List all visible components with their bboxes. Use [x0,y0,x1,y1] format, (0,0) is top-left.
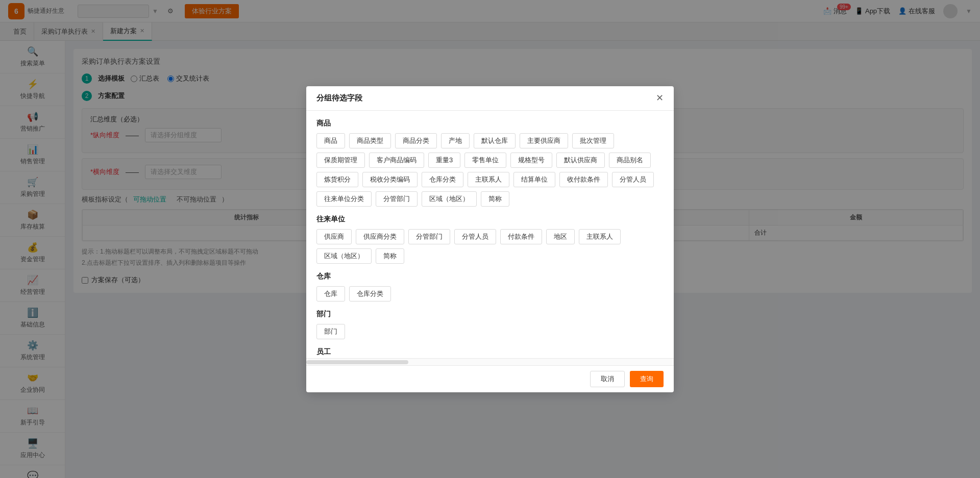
field-tag-spec-model[interactable]: 规格型号 [510,153,552,168]
field-tag-supplier[interactable]: 供应商 [316,229,352,244]
modal-backdrop: 分组待选字段 ✕ 商品 商品 商品类型 商品分类 产地 默认仓库 主要供应商 批… [0,0,980,478]
section-title-partner: 往来单位 [316,215,664,224]
field-tag-product-alias[interactable]: 商品别名 [609,153,651,168]
field-tag-payment-terms[interactable]: 收付款条件 [559,172,608,187]
field-tag-managing-dept[interactable]: 分管部门 [376,191,418,207]
field-tag-abbr-product[interactable]: 简称 [481,191,509,207]
field-tag-batch-mgmt[interactable]: 批次管理 [572,133,614,148]
field-tag-retail-unit[interactable]: 零售单位 [464,153,506,168]
field-tag-contact-partner[interactable]: 主联系人 [579,229,621,244]
field-tag-main-supplier[interactable]: 主要供应商 [520,133,568,148]
field-tag-refine-points[interactable]: 炼货积分 [316,172,358,187]
field-tag-dept[interactable]: 部门 [316,324,345,339]
field-tag-warehouse[interactable]: 仓库 [316,286,345,301]
field-tag-product-type[interactable]: 商品类型 [349,133,391,148]
field-tag-region-product[interactable]: 区域（地区） [422,191,477,207]
modal-body: 商品 商品 商品类型 商品分类 产地 默认仓库 主要供应商 批次管理 保质期管理… [306,111,674,358]
field-tag-manager[interactable]: 分管人员 [612,172,654,187]
field-tag-weight[interactable]: 重量3 [428,153,460,168]
field-tag-default-supplier[interactable]: 默认供应商 [556,153,605,168]
field-tag-region-partner[interactable]: 区域（地区） [316,248,372,264]
modal-footer: 取消 查询 [306,365,674,392]
field-section-employee: 员工 业务员 [316,347,664,358]
field-section-dept: 部门 部门 [316,310,664,339]
modal-header: 分组待选字段 ✕ [306,86,674,111]
field-tag-abbr-partner[interactable]: 简称 [376,248,404,264]
field-tag-partner-category[interactable]: 往来单位分类 [316,191,372,207]
field-tag-area[interactable]: 地区 [546,229,575,244]
field-tag-warehouse-cat[interactable]: 仓库分类 [349,286,391,301]
field-tags-dept: 部门 [316,324,664,339]
field-tag-pay-terms[interactable]: 付款条件 [500,229,542,244]
field-tag-customer-code[interactable]: 客户商品编码 [369,153,424,168]
field-tag-tax-code[interactable]: 税收分类编码 [362,172,418,187]
section-title-employee: 员工 [316,347,664,357]
field-tags-partner: 供应商 供应商分类 分管部门 分管人员 付款条件 地区 主联系人 区域（地区） … [316,229,664,264]
field-tag-product[interactable]: 商品 [316,133,345,148]
field-tag-settlement-unit[interactable]: 结算单位 [513,172,555,187]
section-title-warehouse: 仓库 [316,272,664,281]
field-tag-product-category[interactable]: 商品分类 [395,133,437,148]
field-tag-supplier-category[interactable]: 供应商分类 [356,229,404,244]
field-section-product: 商品 商品 商品类型 商品分类 产地 默认仓库 主要供应商 批次管理 保质期管理… [316,119,664,207]
modal: 分组待选字段 ✕ 商品 商品 商品类型 商品分类 产地 默认仓库 主要供应商 批… [306,86,674,392]
field-tag-person-partner[interactable]: 分管人员 [454,229,496,244]
field-tag-warehouse-category[interactable]: 仓库分类 [422,172,463,187]
section-title-dept: 部门 [316,310,664,319]
field-tag-dept-partner[interactable]: 分管部门 [408,229,450,244]
field-section-partner: 往来单位 供应商 供应商分类 分管部门 分管人员 付款条件 地区 主联系人 区域… [316,215,664,264]
modal-hscroll[interactable] [306,358,674,365]
field-section-warehouse: 仓库 仓库 仓库分类 [316,272,664,301]
field-tag-shelf-life[interactable]: 保质期管理 [316,153,365,168]
field-tag-default-warehouse[interactable]: 默认仓库 [474,133,516,148]
confirm-button[interactable]: 查询 [630,371,664,387]
field-tags-warehouse: 仓库 仓库分类 [316,286,664,301]
field-tag-origin[interactable]: 产地 [441,133,470,148]
cancel-button[interactable]: 取消 [590,371,625,387]
modal-title: 分组待选字段 [316,93,362,103]
field-tags-product: 商品 商品类型 商品分类 产地 默认仓库 主要供应商 批次管理 保质期管理 客户… [316,133,664,207]
section-title-product: 商品 [316,119,664,128]
modal-close-button[interactable]: ✕ [656,93,664,103]
field-tag-main-contact[interactable]: 主联系人 [468,172,509,187]
